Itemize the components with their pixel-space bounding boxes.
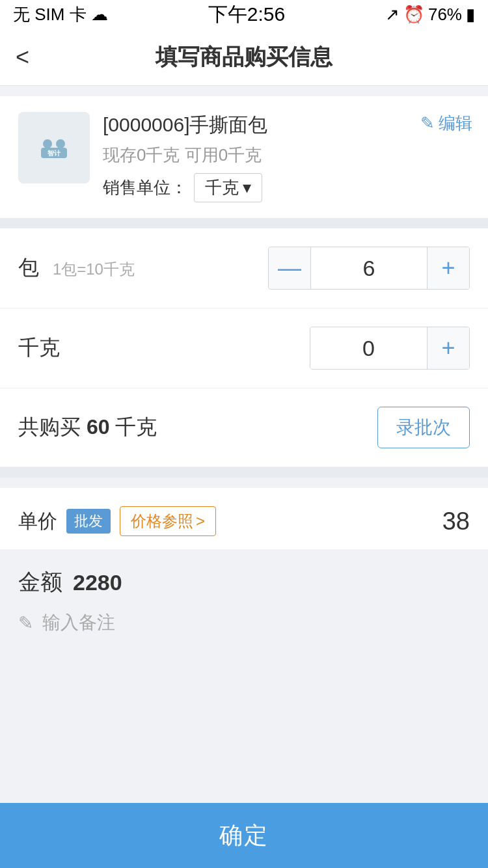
price-ref-label: 价格参照 [131,511,193,532]
total-prefix: 共购买 [18,415,87,439]
edit-button[interactable]: ✎ 编辑 [420,112,472,135]
total-qty: 60 [87,415,110,439]
total-label: 共购买 60 千克 [18,413,157,442]
amount-section: 金额 2280 ✎ 输入备注 [0,549,488,648]
package-row: 包 1包=10千克 — + [0,228,488,308]
package-label: 包 1包=10千克 [18,254,268,282]
price-ref-arrow-icon: > [196,512,205,530]
page-title: 填写商品购买信息 [156,42,332,72]
divider-2 [0,467,488,478]
product-card: 智计 [0000006]手撕面包 现存0千克 可用0千克 销售单位： 千克 ▾ … [0,96,488,218]
price-label: 单价 [18,508,57,535]
status-left: 无 SIM 卡 ☁ [13,3,108,26]
package-hint: 1包=10千克 [53,260,135,278]
package-minus-button[interactable]: — [269,247,310,289]
record-batch-button[interactable]: 录批次 [377,407,470,448]
location-icon: ↗ [385,5,400,25]
amount-value: 2280 [73,570,122,595]
edit-icon: ✎ [420,113,435,133]
price-row: 单价 批发 价格参照 > 38 [18,506,470,536]
batch-tag: 批发 [66,509,111,534]
sim-status: 无 SIM 卡 ☁ [13,3,108,26]
amount-label: 金额 [18,567,62,597]
package-qty-control: — + [268,247,470,290]
divider-1 [0,218,488,228]
kg-qty-input[interactable] [310,327,427,369]
unit-arrow-icon: ▾ [243,178,251,198]
edit-label: 编辑 [439,112,472,135]
battery-label: 76% [428,5,462,25]
kg-row: 千克 + [0,308,488,388]
kg-plus-button[interactable]: + [427,327,469,369]
price-reference-button[interactable]: 价格参照 > [120,506,216,536]
product-name: [0000006]手撕面包 [103,112,470,139]
input-section: 包 1包=10千克 — + 千克 + [0,228,488,388]
price-section: 单价 批发 价格参照 > 38 [0,488,488,549]
kg-qty-control: + [310,327,470,370]
package-qty-input[interactable] [310,247,427,289]
kg-label: 千克 [18,334,310,362]
back-button[interactable]: < [16,44,29,71]
confirm-button[interactable]: 确定 [0,803,488,868]
status-right: ↗ ⏰ 76% ▮ [385,5,475,25]
product-unit: 销售单位： 千克 ▾ [103,173,470,202]
unit-select[interactable]: 千克 ▾ [194,173,262,202]
total-suffix: 千克 [109,415,157,439]
note-icon: ✎ [18,612,33,634]
price-value: 38 [442,508,470,536]
unit-value: 千克 [205,176,239,199]
status-bar: 无 SIM 卡 ☁ 下午2:56 ↗ ⏰ 76% ▮ [0,0,488,29]
alarm-icon: ⏰ [403,5,424,25]
total-row: 共购买 60 千克 录批次 [0,388,488,467]
status-time: 下午2:56 [208,1,285,28]
product-info: [0000006]手撕面包 现存0千克 可用0千克 销售单位： 千克 ▾ [103,112,470,202]
note-label: 输入备注 [42,610,115,635]
note-row[interactable]: ✎ 输入备注 [18,610,470,648]
product-logo-icon: 智计 [34,128,74,167]
package-plus-button[interactable]: + [427,247,469,289]
svg-point-0 [43,139,52,148]
price-left: 单价 批发 价格参照 > [18,506,216,536]
unit-label: 销售单位： [103,176,187,199]
nav-bar: < 填写商品购买信息 [0,29,488,86]
product-stock: 现存0千克 可用0千克 [103,144,470,167]
svg-text:智计: 智计 [47,150,61,157]
battery-icon: ▮ [466,5,475,25]
product-image: 智计 [18,112,90,183]
amount-row: 金额 2280 [18,567,470,597]
svg-point-1 [56,139,65,148]
